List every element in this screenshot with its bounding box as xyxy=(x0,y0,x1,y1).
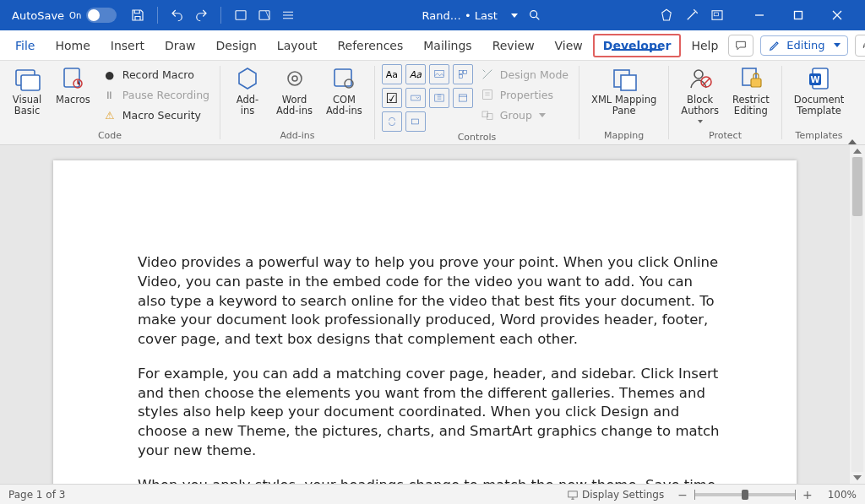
svg-point-12 xyxy=(288,72,302,85)
ribbon-group-protect: Block Authors Restrict Editing Protect xyxy=(669,61,781,144)
addins-button[interactable]: Add- ins xyxy=(227,64,268,118)
tab-draw[interactable]: Draw xyxy=(155,34,206,57)
autosave-state: On xyxy=(69,11,81,20)
xml-mapping-button[interactable]: XML Mapping Pane xyxy=(586,64,661,118)
small-label: Group xyxy=(500,109,532,122)
svg-rect-19 xyxy=(459,75,462,79)
monitor-icon xyxy=(567,489,579,501)
chevron-down-icon xyxy=(698,120,703,123)
scroll-up-icon[interactable] xyxy=(853,149,862,154)
group-button: Group xyxy=(476,105,572,125)
qat-item-icon[interactable] xyxy=(233,8,248,23)
tab-design[interactable]: Design xyxy=(206,34,267,57)
undo-icon[interactable] xyxy=(170,8,185,23)
scroll-down-icon[interactable] xyxy=(853,475,862,480)
svg-rect-26 xyxy=(487,114,492,120)
group-icon xyxy=(480,107,495,122)
control-richtext-icon[interactable]: Aa xyxy=(382,64,402,84)
macros-button[interactable]: Macros xyxy=(51,64,95,107)
document-page[interactable]: Video provides a powerful way to help yo… xyxy=(53,160,797,484)
big-label: Word Add-ins xyxy=(276,95,313,117)
group-label: Templates xyxy=(789,130,850,144)
tab-help[interactable]: Help xyxy=(681,34,728,57)
big-label: Macros xyxy=(56,95,90,106)
editing-label: Editing xyxy=(786,39,824,51)
svg-rect-10 xyxy=(64,68,79,87)
collapse-ribbon-button[interactable] xyxy=(848,123,857,139)
tab-developer[interactable]: Developer xyxy=(603,39,672,52)
zoom-knob[interactable] xyxy=(742,490,748,500)
paragraph[interactable]: Video provides a powerful way to help yo… xyxy=(138,253,721,350)
macros-icon xyxy=(59,66,86,91)
control-combobox-icon[interactable] xyxy=(405,88,426,108)
autosave-toggle[interactable]: AutoSave On xyxy=(3,8,122,23)
macro-security-button[interactable]: ⚠ Macro Security xyxy=(99,105,213,125)
svg-rect-0 xyxy=(236,11,246,20)
control-checkbox-icon[interactable]: ☑ xyxy=(382,88,402,108)
close-button[interactable] xyxy=(818,0,857,30)
control-picture-icon[interactable] xyxy=(429,64,449,84)
com-addins-button[interactable]: COM Add-ins xyxy=(321,64,367,118)
scroll-thumb[interactable] xyxy=(852,157,862,216)
wand-icon[interactable] xyxy=(684,8,699,23)
scroll-track[interactable] xyxy=(851,157,863,472)
tab-references[interactable]: References xyxy=(327,34,413,57)
display-settings-label: Display Settings xyxy=(582,489,664,501)
visual-basic-button[interactable]: Visual Basic xyxy=(7,64,47,118)
title-bar: AutoSave On Rand… • Last xyxy=(0,0,865,30)
control-repeating-icon[interactable] xyxy=(382,111,402,132)
comments-button[interactable] xyxy=(728,35,753,57)
premium-icon[interactable] xyxy=(659,8,674,23)
restrict-editing-button[interactable]: Restrict Editing xyxy=(727,64,775,118)
xml-mapping-icon xyxy=(611,66,638,91)
zoom-slider[interactable] xyxy=(694,493,796,496)
tab-home[interactable]: Home xyxy=(45,34,100,57)
svg-rect-20 xyxy=(411,95,421,100)
qat-item-icon[interactable] xyxy=(257,8,272,23)
editing-mode-button[interactable]: Editing xyxy=(760,35,847,56)
control-buildingblock-icon[interactable] xyxy=(453,64,473,84)
tab-view[interactable]: View xyxy=(545,34,593,57)
svg-point-13 xyxy=(292,76,297,81)
word-addins-button[interactable]: Word Add-ins xyxy=(271,64,318,118)
control-dropdown-icon[interactable] xyxy=(429,88,449,108)
record-macro-button[interactable]: ● Record Macro xyxy=(99,64,213,84)
record-icon: ● xyxy=(102,67,117,82)
svg-rect-28 xyxy=(621,75,636,90)
big-label: Restrict Editing xyxy=(732,95,770,117)
control-legacy-icon[interactable] xyxy=(405,111,426,132)
tab-insert[interactable]: Insert xyxy=(101,34,155,57)
vertical-scrollbar[interactable] xyxy=(850,145,865,484)
tab-review[interactable]: Review xyxy=(482,34,545,57)
share-button[interactable] xyxy=(855,35,865,57)
display-settings-button[interactable]: Display Settings xyxy=(567,489,664,501)
chevron-up-icon xyxy=(848,123,857,144)
chevron-down-icon[interactable] xyxy=(511,14,518,18)
properties-button: Properties xyxy=(476,84,572,105)
redo-icon[interactable] xyxy=(193,8,209,23)
save-icon[interactable] xyxy=(130,8,145,23)
document-template-button[interactable]: W Document Template xyxy=(789,64,850,118)
paragraph[interactable]: When you apply styles, your headings cha… xyxy=(138,476,721,484)
zoom-in-button[interactable]: + xyxy=(802,488,813,501)
control-datepicker-icon[interactable] xyxy=(453,88,473,108)
tab-file[interactable]: File xyxy=(5,34,45,57)
autosave-label: AutoSave xyxy=(12,9,64,22)
zoom-out-button[interactable]: − xyxy=(677,488,688,501)
block-authors-button[interactable]: Block Authors xyxy=(676,64,724,125)
small-label: Properties xyxy=(500,89,553,101)
minimize-button[interactable] xyxy=(740,0,779,30)
search-button[interactable] xyxy=(528,8,541,22)
control-plaintext-icon[interactable]: Aa xyxy=(405,64,426,84)
page-indicator[interactable]: Page 1 of 3 xyxy=(8,489,65,501)
zoom-value[interactable]: 100% xyxy=(828,489,857,501)
app-window-icon[interactable] xyxy=(710,8,725,23)
visual-basic-icon xyxy=(14,66,41,91)
qat-customize-icon[interactable] xyxy=(280,8,296,23)
paragraph[interactable]: For example, you can add a matching cove… xyxy=(138,365,721,461)
tab-mailings[interactable]: Mailings xyxy=(413,34,481,57)
tab-layout[interactable]: Layout xyxy=(267,34,328,57)
maximize-button[interactable] xyxy=(779,0,818,30)
group-label: Mapping xyxy=(586,130,661,144)
design-mode-button[interactable]: Design Mode xyxy=(476,64,572,84)
